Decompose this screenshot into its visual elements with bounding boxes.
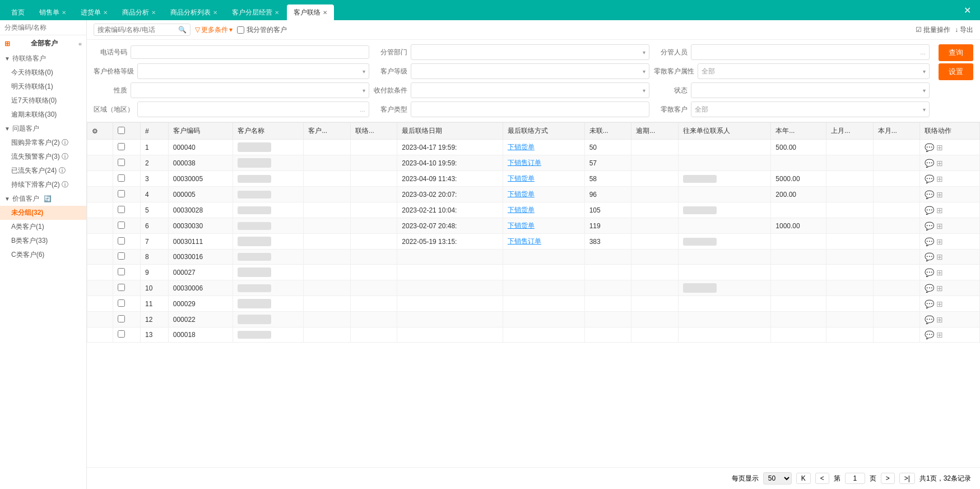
row-last-method[interactable]: 下销货单	[503, 171, 584, 187]
row-select-checkbox[interactable]	[118, 268, 125, 275]
row-last-method[interactable]: 下销货单	[503, 187, 584, 202]
col-overdue[interactable]: 逾期...	[631, 123, 679, 140]
tab-purchase[interactable]: 进货单 ✕	[74, 4, 114, 20]
row-checkbox[interactable]	[113, 234, 140, 250]
tab-sales[interactable]: 销售单 ✕	[32, 4, 73, 20]
close-window-icon[interactable]: ✕	[959, 5, 976, 16]
row-checkbox[interactable]	[113, 187, 140, 202]
sidebar-item-tomorrow[interactable]: 明天待联络(1)	[0, 80, 86, 94]
grid-action-icon[interactable]: ⊞	[936, 299, 943, 308]
row-checkbox[interactable]	[113, 296, 140, 312]
sidebar-item-a[interactable]: A类客户(1)	[0, 220, 86, 234]
group-value-label[interactable]: ▼ 价值客户 🔄	[0, 192, 86, 206]
col-checkbox[interactable]	[113, 123, 140, 140]
col-last-method[interactable]: 最后联络方式	[503, 123, 584, 140]
row-last-method[interactable]	[503, 265, 584, 280]
sidebar-item-overdue[interactable]: 逾期未联络(30)	[0, 108, 86, 122]
row-checkbox[interactable]	[113, 312, 140, 327]
grid-action-icon[interactable]: ⊞	[936, 252, 943, 261]
col-unlinked[interactable]: 未联...	[584, 123, 631, 140]
col-last-date[interactable]: 最后联络日期	[397, 123, 503, 140]
grid-action-icon[interactable]: ⊞	[936, 190, 943, 199]
grid-action-icon[interactable]: ⊞	[936, 206, 943, 215]
row-last-method[interactable]	[503, 296, 584, 312]
close-tab-purchase[interactable]: ✕	[103, 10, 108, 16]
chat-icon[interactable]: 💬	[925, 159, 934, 168]
tab-customer-layer[interactable]: 客户分层经营 ✕	[225, 4, 286, 20]
close-tab-sales[interactable]: ✕	[62, 10, 66, 16]
filter-dept-select[interactable]: ▾	[411, 44, 649, 60]
export-btn[interactable]: ↓ 导出	[955, 25, 973, 35]
row-last-method[interactable]: 下销货单	[503, 140, 584, 155]
method-link[interactable]: 下销货单	[508, 143, 535, 151]
row-checkbox[interactable]	[113, 171, 140, 187]
chat-icon[interactable]: 💬	[925, 222, 934, 230]
row-select-checkbox[interactable]	[118, 330, 125, 338]
chat-icon[interactable]: 💬	[925, 237, 934, 246]
col-gear[interactable]: ⚙	[87, 123, 113, 140]
group-pending-label[interactable]: ▼ 待联络客户	[0, 52, 86, 66]
row-select-checkbox[interactable]	[118, 284, 125, 291]
row-select-checkbox[interactable]	[118, 206, 125, 213]
row-checkbox[interactable]	[113, 250, 140, 265]
col-c3[interactable]: 客户...	[304, 123, 351, 140]
sidebar-item-today[interactable]: 今天待联络(0)	[0, 66, 86, 80]
sidebar-item-abnormal[interactable]: 囤购异常客户(2) ⓘ	[0, 136, 86, 150]
method-link[interactable]: 下销售订单	[508, 159, 541, 167]
chat-icon[interactable]: 💬	[925, 190, 934, 199]
sidebar-item-7days[interactable]: 近7天待联络(0)	[0, 94, 86, 108]
row-select-checkbox[interactable]	[118, 315, 125, 322]
grid-action-icon[interactable]: ⊞	[936, 174, 943, 183]
chat-icon[interactable]: 💬	[925, 315, 934, 324]
refresh-icon[interactable]: 🔄	[44, 195, 52, 202]
chat-icon[interactable]: 💬	[925, 252, 934, 261]
sidebar-item-ungroup[interactable]: 未分组(32)	[0, 206, 86, 220]
row-checkbox[interactable]	[113, 280, 140, 296]
grid-action-icon[interactable]: ⊞	[936, 222, 943, 230]
row-select-checkbox[interactable]	[118, 159, 125, 166]
row-select-checkbox[interactable]	[118, 190, 125, 197]
filter-price-select[interactable]: ▾	[137, 63, 369, 79]
prev-page-btn[interactable]: <	[815, 473, 829, 484]
row-select-checkbox[interactable]	[118, 174, 125, 182]
filter-my-customers[interactable]: 我分管的客户	[237, 25, 287, 35]
query-btn[interactable]: 查询	[939, 44, 973, 61]
tab-customer-contact[interactable]: 客户联络 ✕	[287, 4, 334, 20]
filter-ctype-select[interactable]	[411, 102, 649, 117]
tab-product-analysis[interactable]: 商品分析 ✕	[115, 4, 162, 20]
chat-icon[interactable]: 💬	[925, 143, 934, 152]
grid-action-icon[interactable]: ⊞	[936, 159, 943, 168]
filter-phone-input[interactable]	[131, 45, 369, 59]
grid-action-icon[interactable]: ⊞	[936, 143, 943, 152]
filter-retail-attr-select[interactable]: 全部 ▾	[698, 63, 930, 79]
col-name[interactable]: 客户名称	[233, 123, 304, 140]
col-this-month[interactable]: 本月...	[873, 123, 920, 140]
filter-search-input[interactable]	[97, 26, 176, 34]
reset-btn[interactable]: 设置	[939, 63, 973, 80]
row-select-checkbox[interactable]	[118, 299, 125, 307]
row-last-method[interactable]	[503, 250, 584, 265]
row-last-method[interactable]	[503, 327, 584, 343]
filter-retail-customer-select[interactable]: 全部 ▾	[691, 102, 930, 117]
close-tab-customer-layer[interactable]: ✕	[275, 10, 279, 16]
row-last-method[interactable]: 下销货单	[503, 218, 584, 234]
row-select-checkbox[interactable]	[118, 252, 125, 260]
row-checkbox[interactable]	[113, 265, 140, 280]
next-page-btn[interactable]: >	[881, 473, 895, 484]
method-link[interactable]: 下销货单	[508, 174, 535, 182]
grid-action-icon[interactable]: ⊞	[936, 284, 943, 293]
page-input[interactable]	[845, 473, 865, 484]
row-checkbox[interactable]	[113, 140, 140, 155]
col-c4[interactable]: 联络...	[350, 123, 397, 140]
grid-action-icon[interactable]: ⊞	[936, 268, 943, 277]
group-problem-label[interactable]: ▼ 问题客户	[0, 122, 86, 136]
collapse-sidebar-icon[interactable]: «	[78, 40, 82, 47]
row-last-method[interactable]: 下销货单	[503, 202, 584, 218]
method-link[interactable]: 下销售订单	[508, 237, 541, 245]
filter-payment-select[interactable]: ▾	[411, 82, 649, 98]
grid-action-icon[interactable]: ⊞	[936, 237, 943, 246]
filter-nature-select[interactable]: ▾	[131, 82, 369, 98]
close-tab-customer-contact[interactable]: ✕	[323, 10, 327, 16]
select-all-checkbox[interactable]	[118, 127, 125, 134]
row-last-method[interactable]	[503, 312, 584, 327]
